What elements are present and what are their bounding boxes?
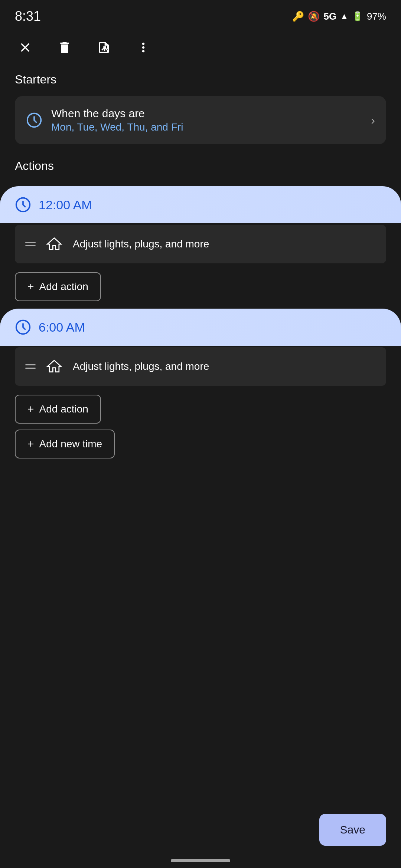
save-button-container: Save [319,814,386,846]
bell-icon: 🔕 [308,11,320,22]
status-time: 8:31 [15,9,41,24]
starter-card-content: When the days are Mon, Tue, Wed, Thu, an… [26,107,183,133]
starters-section-label: Starters [0,65,401,92]
add-action-label-2: Add action [39,403,88,415]
action-text-2: Adjust lights, plugs, and more [73,361,209,372]
starter-card-subtitle: Mon, Tue, Wed, Thu, and Fri [51,121,183,133]
signal-icon: ▲ [340,11,348,21]
bottom-nav-bar [171,859,230,862]
starter-card-title: When the days are [51,107,183,120]
starter-card[interactable]: When the days are Mon, Tue, Wed, Thu, an… [15,96,386,144]
toolbar [0,30,401,65]
export-button[interactable] [94,37,114,58]
key-icon: 🔑 [292,11,304,22]
status-icons: 🔑 🔕 5G ▲ 🔋 97% [292,11,386,22]
action-text-1: Adjust lights, plugs, and more [73,238,209,250]
add-action-label-1: Add action [39,281,88,293]
action-card-2[interactable]: Adjust lights, plugs, and more [15,347,386,386]
action-card-1[interactable]: Adjust lights, plugs, and more [15,225,386,263]
save-button[interactable]: Save [319,814,386,846]
more-options-button[interactable] [133,37,154,58]
status-bar: 8:31 🔑 🔕 5G ▲ 🔋 97% [0,0,401,30]
starter-card-text: When the days are Mon, Tue, Wed, Thu, an… [51,107,183,133]
time-label-1: 12:00 AM [39,198,92,212]
delete-button[interactable] [54,37,75,58]
plus-icon-2: + [27,403,34,415]
add-action-button-2[interactable]: + Add action [15,395,101,424]
add-new-time-label: Add new time [39,438,102,450]
time-block-header-2[interactable]: 6:00 AM [0,309,401,346]
actions-section-label: Actions [0,152,401,179]
time-block-header-1[interactable]: 12:00 AM [0,186,401,223]
network-icon: 5G [323,11,336,22]
battery-icon: 🔋 [352,11,363,22]
drag-handle-1[interactable] [25,242,36,246]
time-label-2: 6:00 AM [39,320,85,335]
battery-percent: 97% [367,11,386,22]
time-block-1: 12:00 AM Adjust lights, plugs, and more … [0,186,401,301]
drag-handle-2[interactable] [25,364,36,369]
add-new-time-button[interactable]: + Add new time [15,430,115,458]
close-button[interactable] [15,37,36,58]
add-action-button-1[interactable]: + Add action [15,272,101,301]
time-block-2: 6:00 AM Adjust lights, plugs, and more +… [0,309,401,424]
chevron-right-icon: › [371,114,375,127]
plus-icon-1: + [27,280,34,293]
plus-icon-new-time: + [27,438,34,450]
